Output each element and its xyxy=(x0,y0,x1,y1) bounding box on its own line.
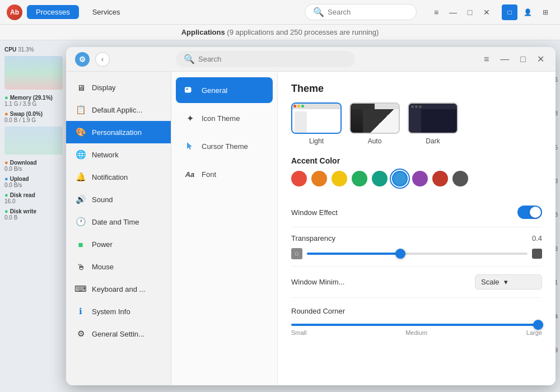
accent-crimson[interactable] xyxy=(432,171,448,186)
icon-theme-icon: ✦ xyxy=(184,112,196,124)
sidebar-item-mouse[interactable]: 🖱 Mouse xyxy=(66,255,171,278)
svg-rect-1 xyxy=(186,88,188,90)
settings-search-input[interactable] xyxy=(198,55,347,63)
theme-label-dark: Dark xyxy=(426,137,440,145)
accent-orange[interactable] xyxy=(311,171,327,186)
category-font[interactable]: Aa Font xyxy=(176,161,273,187)
theme-card-light[interactable]: Light xyxy=(291,102,342,145)
accent-blue[interactable] xyxy=(392,171,408,186)
sidebar-label-default-apps: Default Applic... xyxy=(92,106,142,114)
sidebar-label-network: Network xyxy=(92,151,119,159)
cursor-theme-icon xyxy=(184,140,196,152)
sidebar-item-personalization[interactable]: 🎨 Personalization xyxy=(66,121,171,143)
window-effect-toggle[interactable] xyxy=(517,206,542,219)
sidebar-item-general-settings[interactable]: ⚙ General Settin... xyxy=(66,323,171,345)
display-icon: 🖥 xyxy=(75,82,86,93)
window-effect-row: Window Effect xyxy=(291,198,542,227)
theme-preview-light[interactable] xyxy=(291,102,342,134)
cpu-stat: CPU 31.3% xyxy=(4,46,63,53)
theme-label-light: Light xyxy=(309,137,324,145)
upload-stat: ● Upload 0.0 B/s xyxy=(4,175,63,188)
settings-close-button[interactable]: ✕ xyxy=(535,53,547,66)
category-cursor-theme[interactable]: Cursor Theme xyxy=(176,133,273,159)
rounded-slider-fill xyxy=(291,324,542,326)
settings-search-icon: 🔍 xyxy=(184,54,195,64)
accent-purple[interactable] xyxy=(412,171,428,186)
accent-teal[interactable] xyxy=(372,171,388,186)
settings-search-bar[interactable]: 🔍 xyxy=(176,51,355,67)
rounded-slider-thumb[interactable] xyxy=(533,320,543,330)
theme-preview-auto[interactable] xyxy=(349,102,400,134)
main-area: CPU 31.3% ● Memory (29.1%) 1.1 G / 3.9 G… xyxy=(0,40,560,390)
sidebar-item-datetime[interactable]: 🕐 Date and Time xyxy=(66,211,171,233)
dark-dot-3 xyxy=(419,105,422,108)
auto-body xyxy=(351,109,399,134)
svg-rect-0 xyxy=(185,87,191,92)
dark-dot-2 xyxy=(415,105,418,108)
sidebar-item-default-apps[interactable]: 📋 Default Applic... xyxy=(66,99,171,121)
accent-gray[interactable] xyxy=(452,171,468,186)
accent-yellow[interactable] xyxy=(332,171,347,186)
back-button[interactable]: ‹ xyxy=(95,52,110,67)
mouse-icon: 🖱 xyxy=(75,261,86,272)
topbar-search-bar[interactable]: 🔍 xyxy=(305,4,417,20)
accent-red[interactable] xyxy=(291,171,307,186)
sidebar-item-notification[interactable]: 🔔 Notification xyxy=(66,166,171,188)
window-effect-label: Window Effect xyxy=(291,208,338,217)
sidebar-label-sound: Sound xyxy=(92,195,113,204)
settings-body: 🖥 Display 📋 Default Applic... 🎨 Personal… xyxy=(66,72,556,385)
transparency-label: Transparency xyxy=(291,234,335,242)
category-general[interactable]: General xyxy=(176,77,273,103)
theme-card-auto[interactable]: Auto xyxy=(349,102,400,145)
sidebar-item-power[interactable]: ■ Power xyxy=(66,233,171,255)
chevron-down-icon: ▾ xyxy=(504,278,508,286)
accent-green[interactable] xyxy=(352,171,367,186)
settings-maximize-button[interactable]: □ xyxy=(518,53,528,66)
auto-content xyxy=(363,109,399,134)
sidebar-item-keyboard[interactable]: ⌨ Keyboard and ... xyxy=(66,278,171,300)
category-icon-theme[interactable]: ✦ Icon Theme xyxy=(176,105,273,131)
close-button[interactable]: ✕ xyxy=(480,6,493,18)
preview-bar-light xyxy=(292,104,340,109)
settings-minimize-button[interactable]: — xyxy=(498,53,511,66)
settings-titlebar: ⚙ ‹ 🔍 ≡ — □ ✕ xyxy=(66,47,556,72)
sidebar-label-general-settings: General Settin... xyxy=(92,330,144,338)
tab-services[interactable]: Services xyxy=(83,5,129,19)
slider-thumb[interactable] xyxy=(395,249,405,259)
sidebar-item-network[interactable]: 🌐 Network xyxy=(66,143,171,166)
topbar-search-input[interactable] xyxy=(328,8,408,16)
dark-content xyxy=(421,109,457,134)
minimize-button[interactable]: — xyxy=(447,6,459,18)
sidebar-label-personalization: Personalization xyxy=(92,128,142,137)
tab-processes[interactable]: Processes xyxy=(27,5,79,19)
sidebar-item-sysinfo[interactable]: ℹ System Info xyxy=(66,300,171,323)
sidebar-item-sound[interactable]: 🔊 Sound xyxy=(66,188,171,211)
topbar-window-controls: ≡ — □ ✕ xyxy=(430,6,493,18)
theme-preview-dark[interactable] xyxy=(408,102,458,134)
sound-icon: 🔊 xyxy=(75,194,86,205)
transparency-slider[interactable] xyxy=(307,253,528,255)
view-icon-2[interactable]: 👤 xyxy=(520,4,535,20)
window-minimize-dropdown[interactable]: Scale ▾ xyxy=(475,274,542,290)
maximize-button[interactable]: □ xyxy=(464,6,476,18)
theme-card-dark[interactable]: Dark xyxy=(408,102,458,145)
view-icon-3[interactable]: ⊞ xyxy=(538,4,553,20)
sidebar-item-display[interactable]: 🖥 Display xyxy=(66,76,171,99)
settings-menu-button[interactable]: ≡ xyxy=(482,53,491,66)
sidebar-label-mouse: Mouse xyxy=(92,263,114,271)
app-titlebar: Applications (9 applications and 250 pro… xyxy=(0,25,560,40)
auto-bar xyxy=(351,104,399,109)
topbar-right-icons: □ 👤 ⊞ xyxy=(502,4,553,20)
accent-title: Accent Color xyxy=(291,156,542,165)
dot-yellow xyxy=(297,105,300,108)
dark-body xyxy=(409,109,457,134)
slider-fill xyxy=(307,253,399,255)
slider-max-icon xyxy=(532,249,542,259)
datetime-icon: 🕐 xyxy=(75,216,86,227)
rounded-corner-slider[interactable] xyxy=(291,324,542,326)
default-apps-icon: 📋 xyxy=(75,104,86,115)
view-icon-1[interactable]: □ xyxy=(502,4,517,20)
menu-icon[interactable]: ≡ xyxy=(430,6,442,18)
category-font-label: Font xyxy=(202,170,216,179)
disk-write-stat: ● Disk write 0.0 B xyxy=(4,208,63,221)
